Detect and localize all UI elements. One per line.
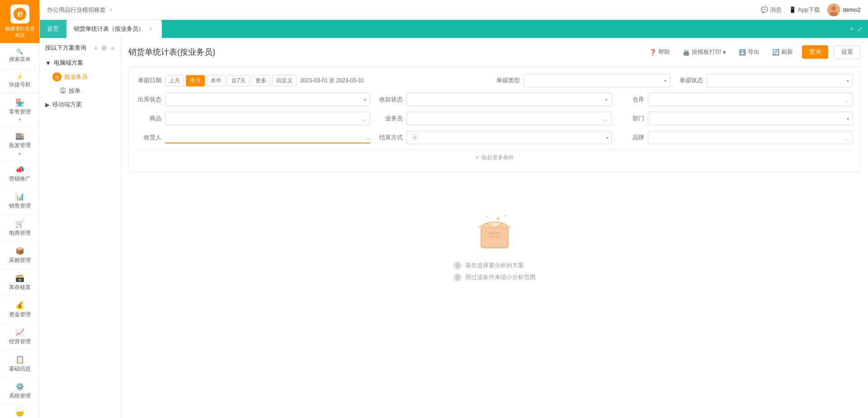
sidebar-item-purchase[interactable]: 📦 采购管理 bbox=[0, 242, 39, 269]
mobile-scheme-group[interactable]: ▶ 移动端方案 bbox=[40, 98, 121, 111]
collapse-filters-button[interactable]: ∧ 收起更多条件 bbox=[136, 150, 853, 165]
sub-scheme-item[interactable]: 按单 bbox=[40, 84, 121, 98]
settings-button[interactable]: 设置 bbox=[834, 45, 861, 59]
add-scheme-button[interactable]: + bbox=[93, 43, 99, 52]
refresh-label: 刷新 bbox=[781, 48, 793, 56]
brand-control[interactable]: ... bbox=[648, 131, 853, 144]
sidebar-item-enterprise[interactable]: 🤝 企业协同 bbox=[0, 405, 39, 418]
window-maximize-button[interactable]: ⤢ bbox=[857, 25, 863, 33]
warehouse-dots-icon[interactable]: ... bbox=[844, 96, 849, 103]
query-button[interactable]: 查询 bbox=[802, 45, 828, 59]
sidebar-item-basic[interactable]: 📋 基础信息 bbox=[0, 351, 39, 378]
sidebar-item-ecommerce[interactable]: 🛒 电商管理 bbox=[0, 215, 39, 242]
receive-status-control[interactable]: ▾ bbox=[406, 93, 612, 106]
scheme-active-icon: 按 bbox=[52, 72, 61, 81]
header-actions: 💬 消息 📱 App下载 demo2 bbox=[761, 4, 861, 16]
hint-text-1: 请先选择要分析的方案 bbox=[465, 261, 524, 270]
out-status-label: 出库状态 bbox=[136, 95, 161, 104]
search-menu-button[interactable]: 🔍 搜索菜单 bbox=[3, 47, 37, 65]
user-name: demo2 bbox=[843, 6, 861, 13]
svg-text:✦: ✦ bbox=[486, 215, 489, 219]
brand-label: 品牌 bbox=[619, 133, 644, 142]
sidebar-item-sales[interactable]: 📊 销售管理 bbox=[0, 188, 39, 215]
hint-text-2: 用过滤条件来缩小分析范围 bbox=[465, 273, 536, 281]
sidebar-nav-area: ⚡ 快捷导航 bbox=[0, 69, 39, 94]
tab-home[interactable]: 首页 bbox=[40, 20, 66, 38]
desktop-scheme-header[interactable]: ▼ 电脑端方案 bbox=[40, 56, 121, 70]
consignee-dots-icon[interactable]: ... bbox=[365, 134, 370, 141]
date-filter-control: 上月 本月 本年 近7天 更多 自定义 2023-03-01 至 2023-03… bbox=[165, 75, 487, 86]
app-download-button[interactable]: 📱 App下载 bbox=[789, 6, 820, 14]
out-status-control[interactable]: ▾ bbox=[165, 93, 370, 106]
desktop-scheme-group: ▼ 电脑端方案 按 按业务员 按单 bbox=[40, 56, 121, 98]
refresh-button[interactable]: 🔄 刷新 bbox=[769, 46, 797, 58]
print-icon: 🖨️ bbox=[683, 49, 690, 56]
message-button[interactable]: 💬 消息 bbox=[761, 6, 782, 14]
page-title: 销货单统计表(按业务员) bbox=[128, 47, 215, 57]
salesperson-dots-icon[interactable]: ... bbox=[603, 115, 608, 122]
warehouse-control[interactable]: ... bbox=[648, 93, 853, 106]
tab-sales-stats[interactable]: 销货单统计表（按业务员） × bbox=[66, 20, 162, 38]
date-custom-btn[interactable]: 自定义 bbox=[272, 75, 297, 86]
svg-text:按: 按 bbox=[55, 75, 59, 80]
sidebar-item-wholesale[interactable]: 🏬 批发管理 ▴ bbox=[0, 127, 39, 161]
basic-icon: 📋 bbox=[15, 355, 24, 364]
date-last-month-btn[interactable]: 上月 bbox=[165, 75, 184, 86]
payment-clear-icon[interactable]: × bbox=[411, 134, 419, 141]
scheme-item-salesperson[interactable]: 按 按业务员 bbox=[40, 70, 121, 84]
doc-status-control[interactable]: ▾ bbox=[707, 74, 854, 87]
retail-icon: 🏪 bbox=[15, 98, 24, 107]
tabs-bar: 首页 销货单统计表（按业务员） × × ⤢ bbox=[40, 20, 868, 38]
desktop-expand-icon: ▼ bbox=[45, 60, 51, 66]
collapse-panel-button[interactable]: « bbox=[110, 43, 115, 52]
filter-salesperson: 业务员 ... bbox=[377, 112, 612, 125]
brand-dots-icon[interactable]: ... bbox=[844, 134, 849, 141]
svg-rect-10 bbox=[481, 228, 508, 248]
out-status-arrow-icon: ▾ bbox=[364, 97, 366, 102]
doc-type-control[interactable]: ▾ bbox=[524, 74, 670, 87]
window-close-button[interactable]: × bbox=[850, 25, 854, 33]
logo-icon: 好 bbox=[10, 5, 29, 24]
sidebar-item-inventory[interactable]: 🗃️ 库存核算 bbox=[0, 269, 39, 296]
product-dots-icon[interactable]: ... bbox=[361, 115, 366, 122]
sidebar: 好 畅捷通好生意标版 🔍 搜索菜单 ⚡ 快捷导航 🏪 零售管理 ▾ 🏬 批发管理… bbox=[0, 0, 40, 418]
payment-arrow-icon: ▾ bbox=[606, 135, 609, 140]
sidebar-item-retail[interactable]: 🏪 零售管理 ▾ bbox=[0, 94, 39, 127]
empty-hints: 1 请先选择要分析的方案 2 用过滤条件来缩小分析范围 bbox=[453, 261, 536, 285]
sub-icon bbox=[60, 87, 66, 95]
product-control[interactable]: ... bbox=[165, 112, 370, 125]
filter-row-1: 单据日期 上月 本月 本年 近7天 更多 自定义 2023-03-01 至 20… bbox=[136, 74, 853, 87]
scheme-settings-button[interactable]: ⚙ bbox=[100, 43, 108, 52]
consignee-input[interactable] bbox=[165, 132, 363, 142]
logo-area[interactable]: 好 畅捷通好生意标版 bbox=[0, 0, 39, 43]
page-content: 按以下方案查询 + ⚙ « ▼ 电脑端方案 按 按业务员 bbox=[40, 38, 868, 418]
export-icon: ⬇️ bbox=[739, 49, 746, 56]
filter-row-2: 出库状态 ▾ 收款状态 ▾ 仓库 bbox=[136, 93, 853, 106]
refresh-icon: 🔄 bbox=[772, 49, 779, 56]
user-profile[interactable]: demo2 bbox=[827, 4, 861, 16]
date-more-btn[interactable]: 更多 bbox=[251, 75, 270, 86]
sub-item-label: 按单 bbox=[69, 87, 80, 95]
department-control[interactable]: ▾ bbox=[648, 112, 853, 125]
sidebar-item-operations[interactable]: 📈 经营管理 bbox=[0, 323, 39, 351]
tab-close-icon[interactable]: × bbox=[147, 25, 154, 33]
breadcrumb: 办公用品行业模拟账套 ▾ bbox=[47, 6, 112, 14]
date-recent7-btn[interactable]: 近7天 bbox=[227, 75, 250, 86]
sidebar-item-system[interactable]: ⚙️ 系统管理 bbox=[0, 378, 39, 405]
sidebar-item-finance[interactable]: 💰 资金管理 bbox=[0, 296, 39, 323]
print-button[interactable]: 🖨️ 按模板打印 ▾ bbox=[679, 46, 730, 58]
breadcrumb-dropdown-icon[interactable]: ▾ bbox=[109, 7, 112, 13]
empty-hint-1: 1 请先选择要分析的方案 bbox=[453, 261, 536, 270]
date-this-month-btn[interactable]: 本月 bbox=[186, 75, 205, 86]
svg-text:✦: ✦ bbox=[504, 213, 507, 218]
quick-nav-button[interactable]: ⚡ 快捷导航 bbox=[0, 71, 39, 91]
date-this-year-btn[interactable]: 本年 bbox=[207, 75, 226, 86]
salesperson-control[interactable]: ... bbox=[406, 112, 612, 125]
payment-control[interactable]: × ▾ bbox=[406, 131, 612, 144]
sidebar-item-marketing[interactable]: 📣 营销推广 bbox=[0, 161, 39, 188]
mobile-group-label: 移动端方案 bbox=[52, 100, 82, 109]
system-label: 系统管理 bbox=[9, 392, 31, 400]
left-panel-header: 按以下方案查询 + ⚙ « bbox=[40, 43, 121, 56]
help-button[interactable]: ❓ 帮助 bbox=[646, 46, 674, 58]
export-button[interactable]: ⬇️ 导出 bbox=[735, 46, 763, 58]
